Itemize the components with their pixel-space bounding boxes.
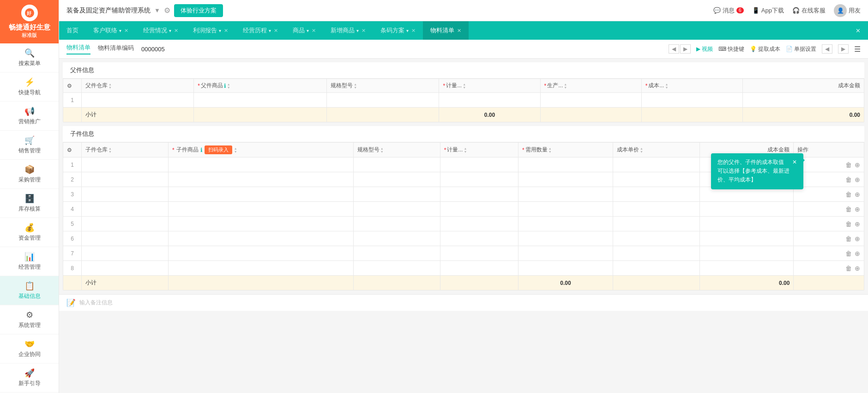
- child-row-8-unit[interactable]: [440, 261, 518, 276]
- child-row-3-product[interactable]: [168, 187, 353, 202]
- child-row-7-product[interactable]: [168, 246, 353, 261]
- tab-barcode[interactable]: 条码方案 ▾ ✕: [373, 21, 423, 40]
- delete-icon-2[interactable]: 🗑: [845, 176, 852, 183]
- child-row-4-warehouse[interactable]: [82, 202, 169, 217]
- nav-next-btn[interactable]: ▶: [680, 44, 691, 54]
- sidebar-item-system[interactable]: ⚙ 系统管理: [0, 305, 59, 334]
- shortcut-action[interactable]: ⌨ 快捷键: [718, 45, 744, 53]
- copy-icon-1[interactable]: ⊕: [855, 161, 860, 169]
- child-row-4-product[interactable]: [168, 202, 353, 217]
- tab-profit[interactable]: 利润报告 ▾ ✕: [186, 21, 235, 40]
- child-row-6-product[interactable]: [168, 231, 353, 246]
- dropdown-arrow-icon[interactable]: ▼: [154, 7, 160, 14]
- sidebar-item-finance[interactable]: 💰 资金管理: [0, 218, 59, 247]
- child-row-7-unit-cost[interactable]: [613, 246, 700, 261]
- page-nav-right[interactable]: ▶: [838, 44, 849, 54]
- child-row-6-warehouse[interactable]: [82, 231, 169, 246]
- sidebar-item-search[interactable]: 🔍 搜索菜单: [0, 43, 59, 73]
- copy-icon-6[interactable]: ⊕: [855, 235, 860, 242]
- tab-customer[interactable]: 客户联络 ▾ ✕: [86, 21, 136, 40]
- tab-goods-close[interactable]: ✕: [312, 28, 316, 34]
- child-row-1-qty[interactable]: [518, 157, 613, 172]
- delete-icon-4[interactable]: 🗑: [845, 206, 852, 213]
- tab-new-goods-close[interactable]: ✕: [362, 28, 366, 34]
- child-row-5-qty[interactable]: [518, 217, 613, 231]
- child-row-5-spec[interactable]: [353, 217, 440, 231]
- tab-customer-close[interactable]: ✕: [124, 28, 128, 34]
- child-row-4-unit-cost[interactable]: [613, 202, 700, 217]
- tab-goods[interactable]: 商品 ▾ ✕: [285, 21, 323, 40]
- child-row-2-unit[interactable]: [440, 172, 518, 187]
- sidebar-item-sales[interactable]: 🛒 销售管理: [0, 131, 59, 160]
- child-row-6-qty[interactable]: [518, 231, 613, 246]
- child-row-3-unit-cost[interactable]: [613, 187, 700, 202]
- child-row-2-unit-cost[interactable]: [613, 172, 700, 187]
- tab-close-all[interactable]: ✕: [848, 21, 868, 40]
- copy-icon-8[interactable]: ⊕: [855, 265, 860, 272]
- copy-icon-7[interactable]: ⊕: [855, 250, 860, 257]
- child-row-5-product[interactable]: [168, 217, 353, 231]
- tab-profit-close[interactable]: ✕: [224, 28, 228, 34]
- child-row-7-spec[interactable]: [353, 246, 440, 261]
- parent-row-1-unit[interactable]: [439, 93, 540, 108]
- child-row-2-qty[interactable]: [518, 172, 613, 187]
- view-action[interactable]: ▶ 视频: [696, 45, 713, 53]
- sidebar-item-enterprise[interactable]: 🤝 企业协同: [0, 334, 59, 363]
- tab-operation[interactable]: 经营情况 ▾ ✕: [136, 21, 186, 40]
- child-row-4-qty[interactable]: [518, 202, 613, 217]
- delete-icon-5[interactable]: 🗑: [845, 220, 852, 228]
- parent-col-gear[interactable]: ⚙: [63, 79, 82, 93]
- parent-row-1-production[interactable]: [540, 93, 641, 108]
- child-row-4-unit[interactable]: [440, 202, 518, 217]
- child-row-4-spec[interactable]: [353, 202, 440, 217]
- user-item[interactable]: 👤 用友: [834, 4, 861, 17]
- sidebar-item-marketing[interactable]: 📢 营销推广: [0, 102, 59, 131]
- page-nav-left[interactable]: ◀: [822, 44, 832, 54]
- extract-cost-action[interactable]: 💡 提取成本: [750, 45, 780, 53]
- child-row-1-unit[interactable]: [440, 157, 518, 172]
- online-service-item[interactable]: 🎧 在线客服: [792, 6, 826, 15]
- child-row-7-warehouse[interactable]: [82, 246, 169, 261]
- child-row-5-warehouse[interactable]: [82, 217, 169, 231]
- delete-icon-3[interactable]: 🗑: [845, 191, 852, 198]
- copy-icon-2[interactable]: ⊕: [855, 176, 860, 183]
- child-row-8-qty[interactable]: [518, 261, 613, 276]
- sidebar-item-operation[interactable]: 📊 经营管理: [0, 247, 59, 276]
- sub-tab-bom-list[interactable]: 物料清单: [66, 43, 90, 54]
- tab-history-close[interactable]: ✕: [274, 28, 278, 34]
- child-row-3-qty[interactable]: [518, 187, 613, 202]
- sidebar-item-inventory[interactable]: 🗄️ 库存核算: [0, 189, 59, 218]
- sidebar-item-nav[interactable]: ⚡ 快捷导航: [0, 73, 59, 102]
- trial-button[interactable]: 体验行业方案: [174, 4, 223, 17]
- child-row-6-spec[interactable]: [353, 231, 440, 246]
- child-row-2-warehouse[interactable]: [82, 172, 169, 187]
- child-row-6-unit[interactable]: [440, 231, 518, 246]
- sidebar-item-basic[interactable]: 📋 基础信息: [0, 276, 59, 305]
- app-download-item[interactable]: 📱 App下载: [752, 6, 784, 15]
- delete-icon-1[interactable]: 🗑: [845, 161, 852, 169]
- message-item[interactable]: 💬 消息 6: [713, 6, 744, 15]
- parent-row-1-warehouse[interactable]: [82, 93, 194, 108]
- nav-prev-btn[interactable]: ◀: [669, 44, 679, 54]
- parent-row-1-spec[interactable]: [327, 93, 439, 108]
- delete-icon-6[interactable]: 🗑: [845, 235, 852, 242]
- copy-icon-4[interactable]: ⊕: [855, 206, 860, 213]
- child-row-8-product[interactable]: [168, 261, 353, 276]
- delete-icon-8[interactable]: 🗑: [845, 265, 852, 272]
- tab-new-goods[interactable]: 新增商品 ▾ ✕: [323, 21, 373, 40]
- list-view-icon[interactable]: ☰: [854, 45, 861, 54]
- child-row-3-unit[interactable]: [440, 187, 518, 202]
- tab-bom[interactable]: 物料清单 ✕: [423, 21, 469, 40]
- tab-operation-close[interactable]: ✕: [174, 28, 178, 34]
- sidebar-item-guide[interactable]: 🚀 新手引导: [0, 363, 59, 393]
- tab-bom-close[interactable]: ✕: [457, 28, 461, 34]
- child-row-6-unit-cost[interactable]: [613, 231, 700, 246]
- tooltip-close-btn[interactable]: ✕: [792, 158, 797, 167]
- child-row-3-spec[interactable]: [353, 187, 440, 202]
- tab-history[interactable]: 经营历程 ▾ ✕: [235, 21, 285, 40]
- sidebar-item-purchase[interactable]: 📦 采购管理: [0, 160, 59, 189]
- child-row-7-unit[interactable]: [440, 246, 518, 261]
- child-row-8-warehouse[interactable]: [82, 261, 169, 276]
- tab-home[interactable]: 首页: [59, 21, 86, 40]
- child-row-2-spec[interactable]: [353, 172, 440, 187]
